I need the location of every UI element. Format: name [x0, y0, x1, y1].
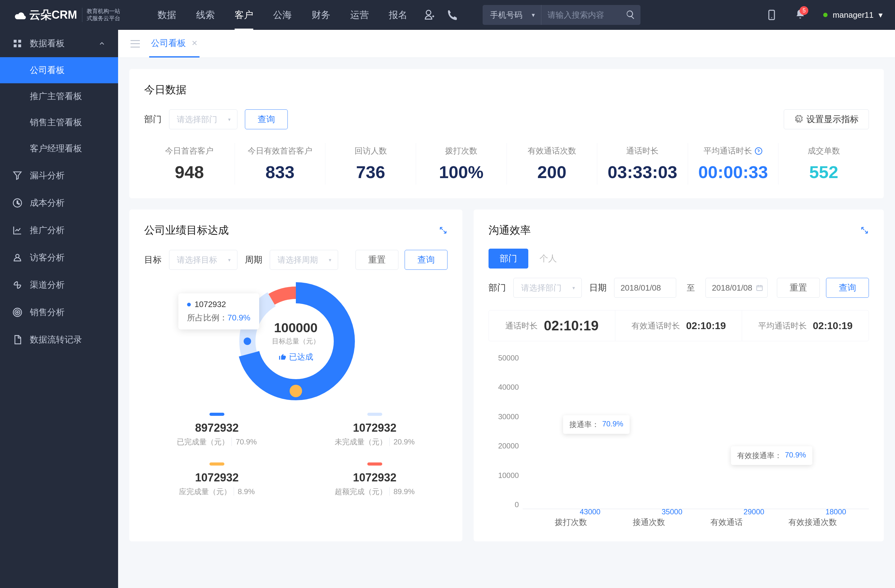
sidebar-item-3[interactable]: 客户经理看板: [0, 135, 118, 162]
main-content: 公司看板 ✕ 今日数据 部门 请选择部门 查询 设置显示指标: [118, 30, 895, 588]
period-label: 周期: [245, 254, 262, 266]
sidebar-group-dashboard: 数据看板 公司看板推广主管看板销售主管看板客户经理看板: [0, 30, 118, 162]
sidebar-item-0[interactable]: 公司看板: [0, 57, 118, 83]
comm-title: 沟通效率: [488, 223, 531, 238]
comm-dept-label: 部门: [488, 282, 506, 294]
nav-tab-4[interactable]: 财务: [312, 0, 330, 30]
target-icon: [12, 308, 23, 317]
metric-2: 平均通话时长02:10:19: [742, 311, 869, 341]
stat-4: 有效通话次数200: [507, 143, 598, 185]
target-select[interactable]: 请选择目标: [169, 250, 237, 270]
logo: 云朵CRM: [12, 8, 77, 23]
search-icon: [626, 10, 636, 20]
mobile-icon[interactable]: [766, 9, 777, 21]
close-icon[interactable]: ✕: [191, 39, 198, 47]
stat-6: 平均通话时长00:00:33: [688, 143, 779, 185]
goal-title: 公司业绩目标达成: [144, 223, 229, 238]
svg-rect-5: [18, 44, 21, 47]
seg-tab-0[interactable]: 部门: [488, 249, 528, 268]
sidebar-link-3[interactable]: 访客分析: [0, 244, 118, 271]
date-from-input[interactable]: [614, 278, 676, 298]
comm-reset-button[interactable]: 重置: [777, 278, 820, 298]
sidebar-link-5[interactable]: 销售分析: [0, 299, 118, 326]
dept-label: 部门: [144, 114, 162, 125]
date-label: 日期: [589, 282, 607, 294]
calendar-icon: [756, 284, 763, 291]
nav-tab-2[interactable]: 客户: [235, 0, 253, 30]
nav-tab-0[interactable]: 数据: [158, 0, 176, 30]
svg-point-1: [771, 17, 772, 18]
donut-center: 100000 目标总量（元） 已达成: [272, 320, 320, 362]
legend-item-2: 1072932应完成量（元）8.9%: [144, 462, 290, 497]
legend-item-1: 1072932未完成量（元）20.9%: [302, 413, 448, 447]
target-label: 目标: [144, 254, 162, 266]
sidebar-header-dashboard[interactable]: 数据看板: [0, 30, 118, 57]
page-tabs: 公司看板 ✕: [118, 30, 895, 58]
notification-badge: 5: [799, 6, 808, 15]
search-button[interactable]: [626, 10, 636, 21]
chart-icon: [12, 225, 23, 235]
annotation-effective-rate: 有效接通率：70.9%: [731, 446, 812, 465]
sidebar-item-2[interactable]: 销售主管看板: [0, 109, 118, 135]
dashboard-icon: [12, 39, 23, 48]
chevron-down-icon: ▾: [878, 10, 883, 20]
search-area: 手机号码: [482, 5, 636, 25]
search-type-select[interactable]: 手机号码: [482, 5, 541, 25]
status-dot-icon: [823, 13, 828, 17]
sidebar-item-1[interactable]: 推广主管看板: [0, 83, 118, 109]
goal-card: 公司业绩目标达成 目标 请选择目标 周期 请选择周期 重置 查询: [129, 209, 463, 541]
reset-button[interactable]: 重置: [355, 250, 398, 270]
notifications-button[interactable]: 5: [795, 9, 806, 21]
gear-icon: [794, 115, 803, 124]
thumb-up-icon: [278, 353, 287, 361]
nav-icon-group: [423, 9, 458, 21]
phone-icon[interactable]: [447, 9, 458, 21]
tab-company-dashboard[interactable]: 公司看板 ✕: [149, 30, 200, 58]
hamburger-icon[interactable]: [130, 40, 140, 47]
help-icon: [754, 147, 763, 155]
nav-tab-3[interactable]: 公海: [273, 0, 292, 30]
top-header: 云朵CRM 教育机构一站 式服务云平台 数据线索客户公海财务运营报名 手机号码 …: [0, 0, 895, 30]
sidebar-link-0[interactable]: 漏斗分析: [0, 162, 118, 189]
goal-query-button[interactable]: 查询: [405, 250, 448, 270]
sidebar-link-6[interactable]: 数据流转记录: [0, 326, 118, 353]
stat-2: 回访人数736: [325, 143, 416, 185]
legend-item-0: 8972932已完成量（元）70.9%: [144, 413, 290, 447]
dept-select[interactable]: 请选择部门: [169, 109, 237, 129]
add-user-icon[interactable]: [423, 9, 434, 21]
sidebar-link-2[interactable]: 推广分析: [0, 217, 118, 244]
query-button[interactable]: 查询: [245, 109, 288, 129]
svg-point-10: [290, 385, 302, 397]
sidebar-link-1[interactable]: 成本分析: [0, 189, 118, 217]
seg-tab-1[interactable]: 个人: [528, 249, 568, 268]
svg-rect-2: [14, 40, 17, 42]
channel-icon: [12, 280, 23, 290]
funnel-icon: [12, 171, 23, 180]
header-right: 5 manager11 ▾: [766, 9, 883, 21]
bar-chart: 50000400003000020000100000 4300035000290…: [488, 354, 869, 528]
nav-tab-5[interactable]: 运营: [350, 0, 369, 30]
settings-indicators-button[interactable]: 设置显示指标: [784, 109, 869, 129]
stat-0: 今日首咨客户948: [144, 143, 235, 185]
sidebar-link-4[interactable]: 渠道分析: [0, 271, 118, 299]
expand-icon[interactable]: [439, 226, 448, 235]
comm-query-button[interactable]: 查询: [826, 278, 869, 298]
donut-chart: 100000 目标总量（元） 已达成 1072932 所占比例：70.9%: [144, 279, 448, 403]
today-data-card: 今日数据 部门 请选择部门 查询 设置显示指标 今日首咨客户948今日有效首咨客…: [129, 69, 884, 198]
username: manager11: [833, 10, 874, 20]
annotation-connect-rate: 接通率：70.9%: [563, 415, 630, 434]
logo-block: 云朵CRM 教育机构一站 式服务云平台: [12, 8, 120, 23]
visitor-icon: [12, 253, 23, 263]
comm-dept-select[interactable]: 请选择部门: [513, 278, 582, 298]
svg-point-6: [755, 148, 762, 155]
period-select[interactable]: 请选择周期: [270, 250, 338, 270]
user-menu[interactable]: manager11 ▾: [823, 10, 883, 20]
sidebar: 数据看板 公司看板推广主管看板销售主管看板客户经理看板 漏斗分析成本分析推广分析…: [0, 30, 118, 588]
top-nav: 数据线索客户公海财务运营报名: [158, 0, 407, 30]
clock-icon: [12, 198, 23, 208]
nav-tab-1[interactable]: 线索: [196, 0, 215, 30]
nav-tab-6[interactable]: 报名: [389, 0, 407, 30]
logo-subtitle: 教育机构一站 式服务云平台: [82, 8, 120, 23]
expand-icon[interactable]: [860, 226, 869, 235]
stat-5: 通话时长03:33:03: [597, 143, 688, 185]
